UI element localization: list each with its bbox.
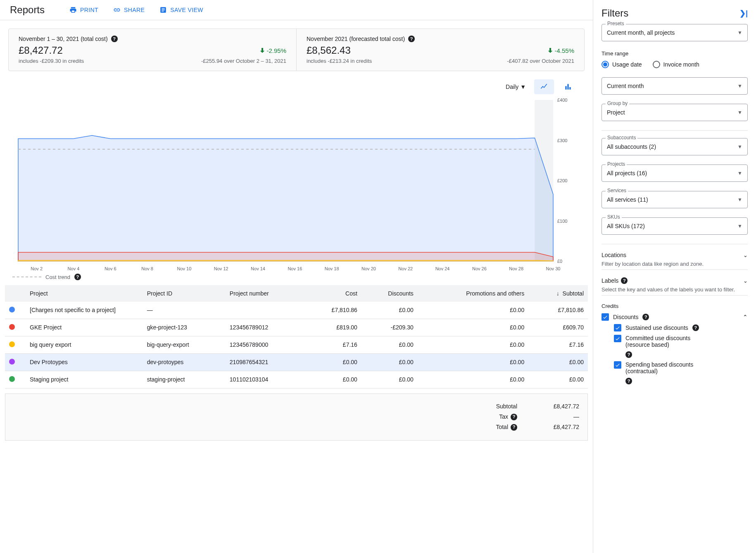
- column-header[interactable]: Project ID: [143, 285, 226, 302]
- series-color-dot: [9, 359, 15, 365]
- series-color-dot: [9, 324, 15, 330]
- arrow-down-icon: [259, 47, 266, 54]
- help-icon[interactable]: ?: [625, 378, 632, 384]
- legend-label: Cost trend: [45, 274, 70, 280]
- totals-subtotal: £8,427.72: [534, 401, 579, 412]
- x-tick: Nov 22: [398, 266, 413, 271]
- x-tick: Nov 24: [435, 266, 450, 271]
- labels-expander[interactable]: Labels? ⌄: [601, 277, 748, 284]
- projects-select[interactable]: All projects (16)▼: [601, 164, 748, 182]
- time-range-label: Time range: [601, 50, 748, 57]
- column-header[interactable]: Project number: [226, 285, 305, 302]
- help-icon[interactable]: ?: [621, 277, 628, 284]
- x-tick: Nov 6: [105, 266, 116, 271]
- x-tick: Nov 20: [361, 266, 376, 271]
- y-tick: £0: [557, 259, 562, 264]
- save-view-button[interactable]: SAVE VIEW: [159, 6, 203, 14]
- card-forecast: November 2021 (forecasted total cost) ? …: [296, 29, 584, 71]
- totals-total: £8,427.72: [534, 422, 579, 432]
- svg-rect-2: [569, 87, 571, 90]
- locations-expander[interactable]: Locations ⌄: [601, 252, 748, 258]
- radio-invoice-month[interactable]: Invoice month: [653, 61, 699, 68]
- x-tick: Nov 10: [177, 266, 191, 271]
- x-tick: Nov 12: [214, 266, 228, 271]
- presets-select[interactable]: Current month, all projects▼: [601, 24, 748, 41]
- column-header[interactable]: Promotions and others: [418, 285, 528, 302]
- caret-down-icon: ▼: [737, 30, 742, 36]
- help-icon[interactable]: ?: [511, 424, 517, 431]
- checkbox-committed[interactable]: [614, 335, 621, 342]
- granularity-select[interactable]: Daily ▼: [506, 83, 526, 90]
- services-select[interactable]: All services (11)▼: [601, 191, 748, 208]
- y-tick: £100: [557, 219, 567, 224]
- save-icon: [159, 6, 167, 14]
- checkbox-spending[interactable]: [614, 361, 621, 369]
- chevron-down-icon: ⌄: [743, 252, 748, 258]
- chart-area-total: [18, 136, 553, 261]
- checkbox-sustained[interactable]: [614, 324, 621, 331]
- table-row[interactable]: GKE Projectgke-project-123123456789012£8…: [5, 319, 588, 336]
- arrow-down-icon: [547, 47, 554, 54]
- checkbox-discounts[interactable]: [601, 313, 609, 321]
- link-icon: [113, 6, 121, 14]
- filters-title: Filters: [601, 7, 628, 19]
- column-header[interactable]: ↓ Subtotal: [528, 285, 588, 302]
- table-row[interactable]: big query exportbig-query-export12345678…: [5, 336, 588, 354]
- chevron-up-icon[interactable]: ⌃: [743, 314, 748, 320]
- x-tick: Nov 4: [68, 266, 80, 271]
- series-color-dot: [9, 307, 15, 312]
- x-tick: Nov 2: [31, 266, 43, 271]
- column-header[interactable]: Cost: [305, 285, 361, 302]
- share-button[interactable]: SHARE: [113, 6, 145, 14]
- card-delta: -4.55%: [547, 47, 574, 54]
- skus-select[interactable]: All SKUs (172)▼: [601, 217, 748, 235]
- table-row[interactable]: Dev Protoypesdev-protoypes210987654321£0…: [5, 354, 588, 371]
- card-actual: November 1 – 30, 2021 (total cost) ? £8,…: [9, 29, 296, 71]
- time-period-select[interactable]: Current month▼: [601, 77, 748, 95]
- x-tick: Nov 28: [509, 266, 523, 271]
- column-header[interactable]: Project: [26, 285, 143, 302]
- card-delta: -2.95%: [259, 47, 286, 54]
- column-header[interactable]: Discounts: [361, 285, 418, 302]
- help-icon[interactable]: ?: [625, 351, 632, 358]
- x-tick: Nov 18: [325, 266, 339, 271]
- collapse-panel-icon[interactable]: ❯|: [739, 9, 748, 18]
- y-tick: £300: [557, 138, 567, 143]
- chart-area-gke: [18, 253, 553, 261]
- subaccounts-select[interactable]: All subaccounts (2)▼: [601, 138, 748, 155]
- caret-down-icon: ▼: [737, 223, 742, 229]
- help-icon[interactable]: ?: [74, 274, 81, 280]
- caret-down-icon: ▼: [520, 83, 526, 90]
- chart-type-bar[interactable]: [558, 79, 578, 94]
- chevron-down-icon: ⌄: [743, 278, 748, 284]
- y-tick: £400: [557, 98, 567, 102]
- bar-chart-icon: [564, 83, 572, 91]
- x-tick: Nov 8: [141, 266, 153, 271]
- svg-rect-0: [565, 86, 566, 89]
- credits-label: Credits: [601, 303, 748, 309]
- radio-usage-date[interactable]: Usage date: [601, 61, 642, 68]
- help-icon[interactable]: ?: [111, 36, 118, 42]
- x-tick: Nov 30: [546, 266, 561, 271]
- series-color-dot: [9, 341, 15, 347]
- help-icon[interactable]: ?: [642, 314, 649, 320]
- trend-line-icon: [12, 276, 41, 277]
- help-icon[interactable]: ?: [511, 414, 517, 420]
- y-tick: £200: [557, 178, 567, 183]
- caret-down-icon: ▼: [737, 83, 742, 89]
- chart-type-line[interactable]: [534, 79, 554, 94]
- line-chart-icon: [540, 83, 548, 91]
- group-by-select[interactable]: Project▼: [601, 104, 748, 121]
- cost-table: ProjectProject IDProject numberCostDisco…: [5, 285, 588, 389]
- card-amount: £8,427.72: [19, 45, 63, 56]
- caret-down-icon: ▼: [737, 144, 742, 150]
- svg-rect-1: [567, 84, 568, 89]
- help-icon[interactable]: ?: [408, 36, 415, 42]
- table-row[interactable]: [Charges not specific to a project]—£7,8…: [5, 302, 588, 319]
- series-color-dot: [9, 376, 15, 382]
- totals-tax: —: [534, 412, 579, 422]
- help-icon[interactable]: ?: [692, 324, 699, 331]
- print-button[interactable]: PRINT: [69, 6, 98, 14]
- summary-cards: November 1 – 30, 2021 (total cost) ? £8,…: [8, 29, 585, 71]
- table-row[interactable]: Staging projectstaging-project1011021031…: [5, 371, 588, 389]
